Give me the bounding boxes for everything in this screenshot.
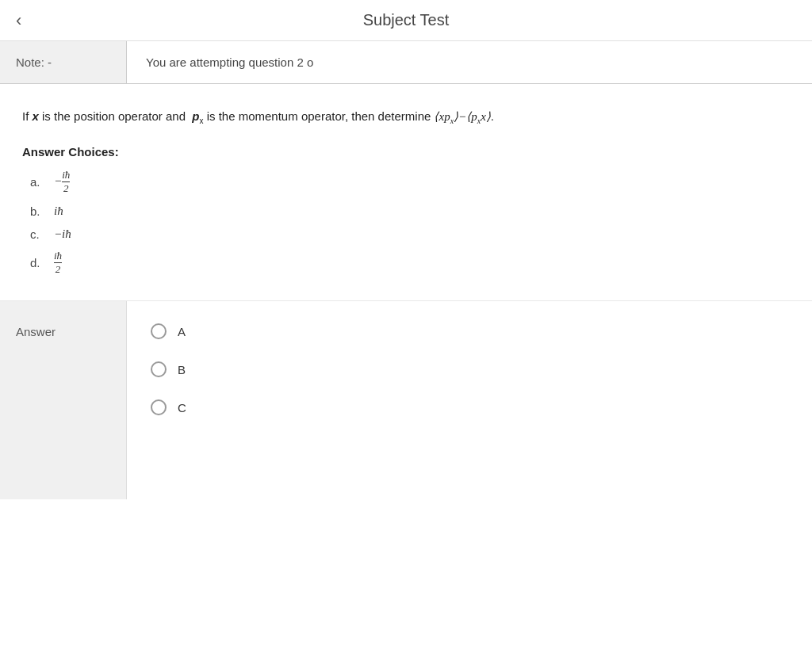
fraction-denominator-a: 2 — [63, 182, 69, 194]
option-label-a: A — [178, 325, 186, 338]
question-area: If x is the position operator and px is … — [0, 84, 812, 301]
fraction-d: iħ 2 — [54, 250, 62, 276]
back-button[interactable]: ‹ — [16, 10, 21, 31]
fraction-a: iħ 2 — [62, 170, 70, 195]
list-item: b. iħ — [30, 204, 790, 218]
note-content: You are attempting question 2 o — [127, 41, 332, 83]
header: ‹ Subject Test — [0, 0, 812, 41]
choice-label-d: d. — [30, 256, 46, 269]
answer-option-c[interactable]: C — [151, 399, 186, 415]
choice-label-b: b. — [30, 204, 46, 218]
answer-choices-title: Answer Choices: — [22, 145, 790, 159]
choice-label-a: a. — [30, 175, 46, 189]
option-label-b: B — [178, 363, 186, 376]
list-item: c. −iħ — [30, 227, 790, 241]
note-bar: Note: - You are attempting question 2 o — [0, 41, 812, 84]
radio-b[interactable] — [151, 361, 167, 377]
choice-value-d: iħ 2 — [54, 250, 62, 276]
page-title: Subject Test — [363, 11, 450, 29]
answer-options: A B C — [127, 301, 210, 499]
note-label: Note: - — [0, 41, 127, 83]
radio-c[interactable] — [151, 399, 167, 415]
choice-value-c: −iħ — [54, 227, 71, 241]
list-item: a. − iħ 2 — [30, 170, 790, 195]
answer-section: Answer A B C — [0, 301, 812, 499]
fraction-denominator-d: 2 — [56, 263, 61, 275]
answer-label: Answer — [0, 301, 127, 499]
fraction-numerator-d: iħ — [54, 250, 62, 263]
list-item: d. iħ 2 — [30, 250, 790, 276]
answer-option-b[interactable]: B — [151, 361, 186, 377]
choice-value-b: iħ — [54, 204, 63, 218]
choice-value-a: − iħ 2 — [54, 170, 70, 195]
choice-label-c: c. — [30, 227, 46, 241]
question-text: If x is the position operator and px is … — [22, 106, 790, 128]
radio-a[interactable] — [151, 323, 167, 339]
option-label-c: C — [178, 401, 186, 415]
answer-option-a[interactable]: A — [151, 323, 186, 339]
choices-list: a. − iħ 2 b. iħ c. −iħ d. iħ 2 — [22, 170, 790, 275]
fraction-numerator-a: iħ — [62, 170, 70, 182]
